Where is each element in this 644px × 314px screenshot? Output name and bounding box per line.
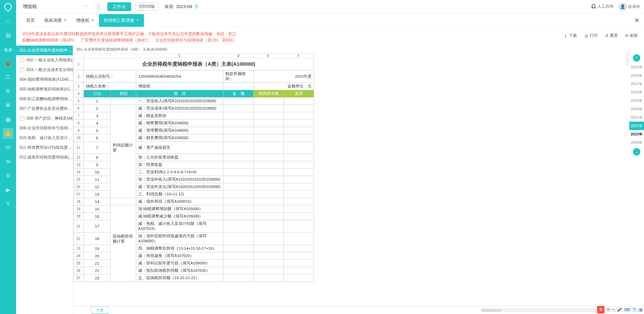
org-selector[interactable]: 增值税 ﹀ bbox=[23, 4, 88, 10]
period-value[interactable]: 2023-09 bbox=[176, 4, 192, 9]
chevron-down-icon: ﹀ bbox=[84, 4, 88, 9]
old-version-button[interactable]: 切到旧版 bbox=[135, 2, 159, 11]
doc-icon-button[interactable]: ☰ bbox=[94, 2, 103, 11]
org-name: 增值税 bbox=[23, 4, 37, 10]
period-label: 账期 bbox=[165, 4, 173, 10]
consult-link[interactable]: 🎧 人工咨询 bbox=[591, 4, 613, 9]
top-bar: 增值税 ﹀ ☰ 工作台 切到旧版 账期 2023-09 🗓 🎧 人工咨询 👤 徐… bbox=[0, 0, 644, 13]
calendar-icon[interactable]: 🗓 bbox=[194, 4, 199, 9]
logo[interactable] bbox=[0, 0, 16, 13]
avatar-icon: 👤 bbox=[619, 3, 627, 11]
user-chip[interactable]: 👤 徐泽华 bbox=[619, 3, 640, 11]
workbench-button[interactable]: 工作台 bbox=[107, 2, 131, 11]
